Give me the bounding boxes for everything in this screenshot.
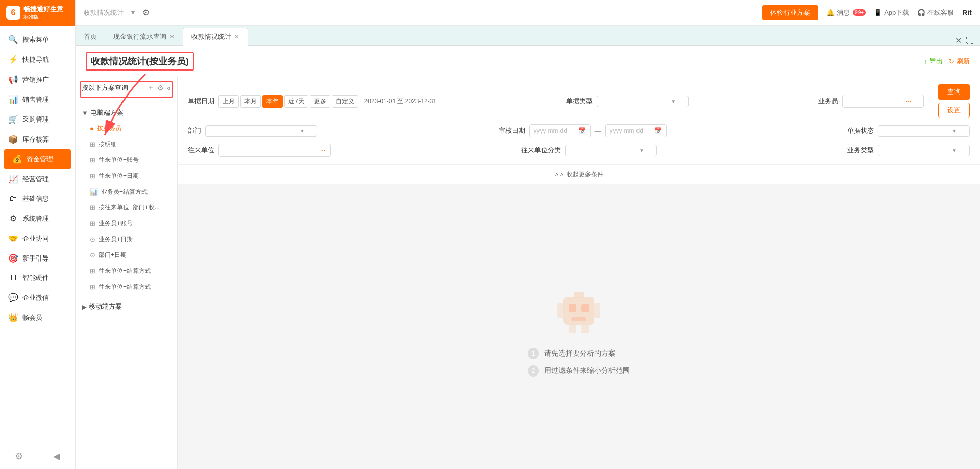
scheme-item-partner-settlement2[interactable]: ⊞ 往来单位+结算方式	[76, 279, 177, 295]
date-filter-group: 单据日期 上月 本月 本年 近7天 更多 自定义 2023-01-01 至 20…	[188, 95, 436, 108]
sidebar-item-enterprise[interactable]: 🤝 企业协同	[0, 228, 75, 248]
date-tab-this-month[interactable]: 本月	[240, 95, 261, 108]
add-scheme-icon[interactable]: ＋	[147, 83, 154, 92]
svg-rect-1	[569, 304, 576, 312]
business-type-select[interactable]: ▼	[878, 145, 970, 156]
sidebar-item-search[interactable]: 🔍 搜索菜单	[0, 30, 75, 50]
trending-icon: 📈	[8, 174, 18, 184]
sidebar-item-inventory[interactable]: 📦 库存核算	[0, 129, 75, 149]
sidebar-bottom: ⚙ ◀	[0, 443, 75, 469]
scheme-group-pc-label: 电脑端方案	[90, 108, 124, 118]
grid-icon-2: ⊞	[90, 156, 95, 164]
sidebar-label-search: 搜索菜单	[22, 35, 49, 44]
sidebar-item-system[interactable]: ⚙ 系统管理	[0, 208, 75, 228]
scheme-group-mobile: ▶ 移动端方案	[76, 297, 177, 316]
svg-rect-6	[594, 303, 600, 318]
tab-bank-flow[interactable]: 现金银行流水查询 ✕	[105, 28, 183, 45]
sidebar-item-operation[interactable]: 📈 经营管理	[0, 169, 75, 189]
doc-type-select[interactable]: ▼	[597, 96, 689, 107]
sidebar-item-base[interactable]: 🗂 基础信息	[0, 189, 75, 208]
scheme-item-salesman-settlement[interactable]: 📊 业务员+结算方式	[76, 184, 177, 200]
tab-maximize-icon[interactable]: ⛶	[966, 36, 974, 45]
refresh-button[interactable]: ↻ 刷新	[949, 57, 970, 66]
scheme-item-dept-date[interactable]: ⊙ 部门+日期	[76, 247, 177, 263]
scheme-item-by-detail[interactable]: ⊞ 按明细	[76, 136, 177, 152]
date-tab-prev-month[interactable]: 上月	[218, 95, 239, 108]
scheme-item-partner-account-label: 往来单位+账号	[99, 156, 139, 165]
tab-bank-flow-close[interactable]: ✕	[169, 33, 175, 40]
scheme-item-partner-dept[interactable]: ⊞ 按往来单位+部门+收...	[76, 200, 177, 216]
doc-status-select[interactable]: ▼	[878, 125, 970, 137]
dept-select[interactable]: ▼	[205, 125, 317, 137]
refresh-label: 刷新	[957, 57, 970, 66]
scheme-item-partner-settlement1[interactable]: ⊞ 往来单位+结算方式	[76, 263, 177, 279]
scheme-group-pc-header[interactable]: ▼ 电脑端方案	[76, 105, 177, 121]
export-label: 导出	[929, 57, 943, 66]
collapse-sidebar-icon[interactable]: ◀	[50, 448, 63, 465]
collapse-bar[interactable]: ∧∧ 收起更多条件	[178, 165, 980, 184]
scheme-item-partner-account[interactable]: ⊞ 往来单位+账号	[76, 152, 177, 168]
online-service-action[interactable]: 🎧 在线客服	[917, 8, 954, 17]
app-download-action[interactable]: 📱 App下载	[874, 8, 909, 17]
sidebar-item-member[interactable]: 👑 畅会员	[0, 308, 75, 327]
tab-close-all-icon[interactable]: ✕	[955, 36, 962, 45]
sidebar-item-quicknav[interactable]: ⚡ 快捷导航	[0, 50, 75, 69]
sidebar-item-hardware[interactable]: 🖥 智能硬件	[0, 268, 75, 288]
breadcrumb-dropdown-icon[interactable]: ▼	[130, 9, 136, 16]
date-tab-this-year[interactable]: 本年	[262, 95, 283, 108]
settings-bottom-icon[interactable]: ⚙	[12, 448, 26, 465]
scheme-item-by-salesman[interactable]: ● 按业务员	[76, 121, 177, 136]
partner-select[interactable]: ···	[218, 144, 331, 157]
grid-icon-3: ⊞	[90, 172, 95, 180]
tab-home[interactable]: 首页	[76, 28, 105, 45]
svg-rect-8	[581, 325, 589, 333]
settings-button[interactable]: 设置	[938, 103, 970, 118]
scheme-item-salesman-account[interactable]: ⊞ 业务员+账号	[76, 216, 177, 231]
dot-icon: ●	[90, 125, 94, 132]
dept-arrow: ▼	[300, 128, 305, 134]
trial-button[interactable]: 体验行业方案	[762, 5, 818, 20]
filter-buttons: 查询 设置	[938, 84, 970, 118]
empty-tip-2-text: 用过滤条件来缩小分析范围	[544, 366, 630, 376]
edition-label: 标准版	[23, 14, 63, 21]
scheme-item-salesman-date[interactable]: ⊙ 业务员+日期	[76, 231, 177, 247]
notification-action[interactable]: 🔔 消息 99+	[826, 8, 866, 17]
sidebar-item-sales[interactable]: 📊 销售管理	[0, 89, 75, 109]
scheme-item-salesman-settlement-label: 业务员+结算方式	[101, 187, 148, 196]
sidebar-item-marketing[interactable]: 📢 营销推广	[0, 69, 75, 89]
export-button[interactable]: ↑ 导出	[924, 57, 943, 66]
tab-receipt-stat[interactable]: 收款情况统计 ✕	[183, 28, 248, 46]
scheme-settings-icon[interactable]: ⚙	[157, 84, 164, 92]
sidebar-label-hardware: 智能硬件	[22, 273, 49, 283]
user-avatar[interactable]: Rit	[962, 9, 972, 17]
date-tab-last-7[interactable]: 近7天	[284, 95, 308, 108]
header-gear-icon[interactable]: ⚙	[142, 8, 150, 17]
date-tab-more[interactable]: 更多	[310, 95, 330, 108]
scheme-collapse-icon[interactable]: «	[167, 84, 171, 92]
partner-category-select[interactable]: ▼	[565, 145, 657, 156]
sidebar-label-sales: 销售管理	[22, 95, 49, 104]
audit-end-placeholder: yyyy-mm-dd	[610, 127, 643, 134]
tab-receipt-stat-close[interactable]: ✕	[234, 33, 239, 40]
salesman-select[interactable]: ···	[842, 95, 924, 108]
date-separator: —	[595, 127, 601, 135]
empty-tip-1: 1 请先选择要分析的方案	[528, 348, 630, 359]
handshake-icon: 🤝	[8, 233, 18, 243]
audit-date-end[interactable]: yyyy-mm-dd 📅	[605, 124, 667, 137]
sidebar-item-guide[interactable]: 🎯 新手引导	[0, 248, 75, 268]
date-tab-custom[interactable]: 自定义	[332, 95, 358, 108]
sidebar-item-purchase[interactable]: 🛒 采购管理	[0, 109, 75, 129]
scheme-item-partner-date-label: 往来单位+日期	[99, 172, 139, 180]
sidebar-item-finance[interactable]: 💰 资金管理	[4, 149, 71, 169]
top-header: 收款情况统计 ▼ ⚙ 体验行业方案 🔔 消息 99+ 📱 App下载 🎧 在线客…	[76, 0, 980, 26]
query-button[interactable]: 查询	[938, 84, 970, 100]
scheme-group-mobile-header[interactable]: ▶ 移动端方案	[76, 299, 177, 314]
salesman-more-dots: ···	[906, 98, 911, 105]
page-content: 收款情况统计(按业务员) ↑ 导出 ↻ 刷新 按以下方案查询 ＋	[76, 46, 980, 469]
scheme-item-partner-date[interactable]: ⊞ 往来单位+日期	[76, 168, 177, 184]
audit-date-start[interactable]: yyyy-mm-dd 📅	[529, 124, 591, 137]
sidebar-item-wechat[interactable]: 💬 企业微信	[0, 288, 75, 308]
sidebar-label-finance: 资金管理	[27, 155, 53, 164]
empty-tip-2: 2 用过滤条件来缩小分析范围	[528, 365, 630, 377]
megaphone-icon: 📢	[8, 75, 18, 84]
